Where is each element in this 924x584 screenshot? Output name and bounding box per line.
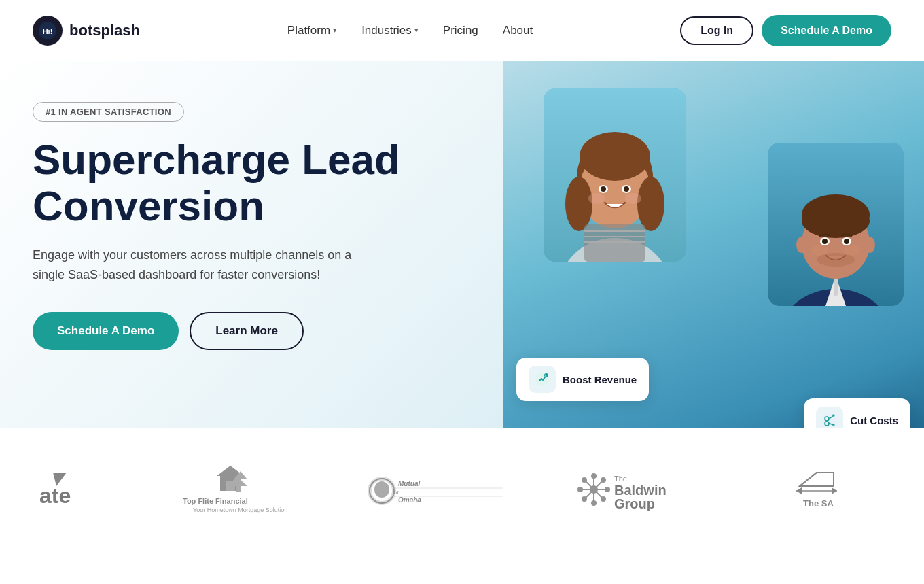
learn-more-button[interactable]: Learn More (190, 312, 304, 350)
cut-costs-badge: Cut Costs (804, 398, 910, 428)
svg-point-10 (637, 177, 664, 231)
bottom-divider (33, 551, 891, 551)
svg-point-15 (624, 186, 629, 192)
svg-text:Mutual: Mutual (398, 480, 420, 487)
svg-point-36 (822, 239, 828, 244)
logo-icon: Hi! (33, 16, 63, 46)
logo-ate: ate (33, 469, 114, 510)
logo-text: botsplash (69, 22, 140, 39)
svg-text:Your Hometown Mortgage Solutio: Your Hometown Mortgage Solution (193, 506, 287, 513)
nav-links: Platform ▾ Industries ▾ Pricing About (278, 18, 542, 43)
svg-point-75 (601, 477, 606, 483)
hero-subtitle: Engage with your customers across multip… (33, 245, 386, 285)
svg-text:Group: Group (614, 496, 655, 511)
nav-platform-label: Platform (287, 24, 330, 37)
svg-point-74 (582, 477, 587, 483)
svg-rect-55 (236, 486, 241, 492)
svg-rect-18 (584, 224, 645, 262)
agent-satisfaction-badge: #1 IN AGENT SATISFACTION (33, 102, 184, 122)
svg-text:ate: ate (39, 483, 71, 508)
svg-point-46 (832, 414, 835, 417)
svg-text:The SA: The SA (803, 498, 834, 509)
chevron-down-icon: ▾ (414, 26, 419, 35)
logos-section: ate Top Flite Financial Your Hometown Mo… (0, 428, 924, 544)
logo-top-flite-financial: Top Flite Financial Your Hometown Mortga… (179, 466, 302, 513)
svg-point-76 (582, 496, 587, 502)
svg-point-14 (601, 186, 606, 192)
svg-point-9 (565, 177, 592, 231)
svg-text:Omaha: Omaha (398, 496, 421, 504)
svg-point-78 (590, 485, 598, 494)
cut-costs-icon (816, 407, 843, 428)
svg-point-16 (588, 193, 605, 204)
boost-revenue-icon: $ (529, 366, 556, 393)
svg-point-77 (601, 496, 606, 502)
svg-point-41 (796, 237, 807, 253)
svg-point-37 (844, 239, 849, 244)
svg-text:Baldwin: Baldwin (614, 483, 667, 498)
svg-point-47 (832, 424, 835, 426)
hero-title: Supercharge Lead Conversion (33, 137, 440, 229)
svg-point-59 (374, 481, 389, 498)
hero-section: #1 IN AGENT SATISFACTION Supercharge Lea… (0, 61, 924, 428)
logo-the-baldwin-group: The Baldwin Group (568, 462, 731, 517)
person-card-man (768, 143, 904, 306)
navbar: Hi! botsplash Platform ▾ Industries ▾ Pr… (0, 0, 924, 61)
hero-buttons: Schedule A Demo Learn More (33, 312, 440, 350)
nav-industries-label: Industries (361, 24, 412, 37)
person-card-woman (544, 88, 686, 262)
boost-revenue-badge: $ Boost Revenue (516, 358, 649, 401)
svg-point-39 (811, 245, 828, 256)
login-button[interactable]: Log In (680, 16, 753, 45)
nav-pricing-label: Pricing (443, 24, 478, 37)
schedule-demo-hero-button[interactable]: Schedule A Demo (33, 312, 179, 350)
svg-text:The: The (614, 475, 627, 483)
nav-about-label: About (503, 24, 533, 37)
svg-point-17 (625, 193, 641, 204)
svg-text:Hi!: Hi! (43, 27, 53, 35)
hero-content: #1 IN AGENT SATISFACTION Supercharge Lea… (33, 102, 440, 350)
svg-point-71 (591, 500, 597, 506)
hero-images: $ Boost Revenue (503, 61, 924, 428)
nav-item-about[interactable]: About (493, 18, 542, 43)
svg-marker-86 (832, 487, 837, 494)
boost-revenue-label: Boost Revenue (563, 374, 637, 385)
nav-item-pricing[interactable]: Pricing (433, 18, 488, 43)
svg-text:of: of (394, 489, 399, 496)
svg-point-42 (864, 237, 875, 253)
logos-row: ate Top Flite Financial Your Hometown Mo… (33, 462, 891, 517)
svg-point-33 (802, 204, 870, 238)
svg-line-83 (800, 473, 817, 486)
logo[interactable]: Hi! botsplash (33, 16, 140, 46)
svg-point-40 (844, 245, 860, 256)
chevron-down-icon: ▾ (333, 26, 337, 35)
nav-item-platform[interactable]: Platform ▾ (278, 18, 346, 43)
svg-point-70 (591, 473, 597, 479)
svg-marker-82 (800, 473, 834, 486)
schedule-demo-nav-button[interactable]: Schedule A Demo (762, 15, 891, 46)
nav-actions: Log In Schedule A Demo (680, 15, 891, 46)
svg-text:Top Flite Financial: Top Flite Financial (183, 497, 248, 505)
svg-marker-85 (796, 487, 802, 494)
svg-point-73 (605, 487, 610, 492)
logo-mutual-of-omaha: Mutual of Omaha (367, 469, 503, 510)
logo-the-sa: The SA (796, 469, 891, 510)
cut-costs-label: Cut Costs (850, 415, 898, 426)
hero-title-line2: Conversion (33, 182, 264, 229)
svg-point-11 (580, 132, 650, 181)
nav-item-industries[interactable]: Industries ▾ (352, 18, 428, 43)
svg-point-72 (578, 487, 583, 492)
hero-title-line1: Supercharge Lead (33, 136, 400, 183)
